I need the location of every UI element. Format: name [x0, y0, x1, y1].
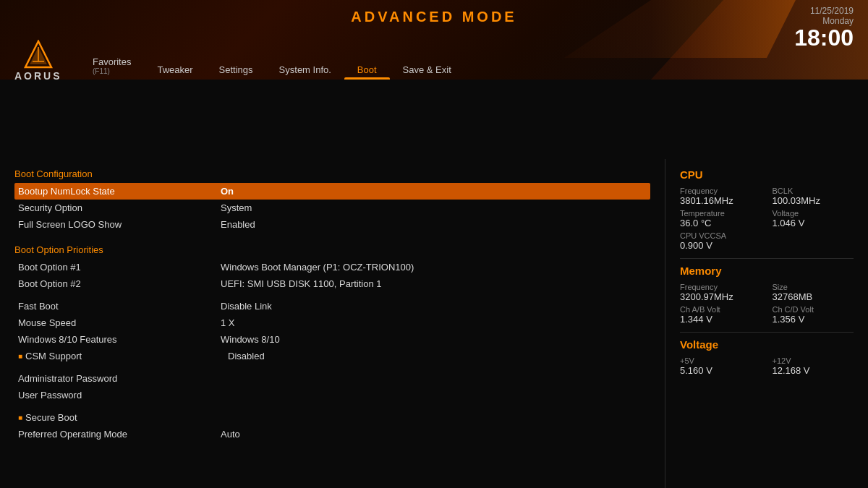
row-admin-pwd[interactable]: Administrator Password — [14, 370, 650, 387]
secure-boot-bullet-icon: ■ — [18, 414, 22, 421]
csm-bullet-icon: ■ — [18, 352, 22, 360]
spacer-3 — [14, 364, 650, 370]
spacer-4 — [14, 403, 650, 409]
tab-save-exit[interactable]: Save & Exit — [390, 60, 464, 80]
cpu-vccsa-item: CPU VCCSA 0.900 V — [680, 231, 854, 251]
voltage-grid: +5V 5.160 V +12V 12.168 V — [680, 356, 854, 376]
right-panel: CPU Frequency 3801.16MHz BCLK 100.03MHz … — [665, 159, 868, 488]
cpu-bclk-item: BCLK 100.03MHz — [773, 187, 854, 206]
cpu-voltage-item: Voltage 1.046 V — [773, 209, 854, 228]
main-area: Boot Configuration Bootup NumLock State … — [0, 159, 868, 488]
logo-area: AORUS — [14, 40, 62, 80]
cpu-frequency-item: Frequency 3801.16MHz — [680, 187, 762, 206]
tab-favorites[interactable]: Favorites (F11) — [80, 52, 144, 80]
aorus-logo-icon — [24, 40, 53, 69]
voltage-section-title: Voltage — [680, 338, 854, 351]
row-fast-boot[interactable]: Fast Boot Disable Link — [14, 298, 650, 314]
divider-2 — [680, 332, 854, 333]
tab-tweaker[interactable]: Tweaker — [144, 60, 205, 80]
row-numlock[interactable]: Bootup NumLock State On — [14, 183, 650, 200]
divider-1 — [680, 258, 854, 259]
tab-settings[interactable]: Settings — [206, 60, 266, 80]
tab-system-info[interactable]: System Info. — [266, 60, 344, 80]
section-boot-config: Boot Configuration — [14, 168, 650, 179]
date-display: 11/25/2019 Monday — [794, 6, 854, 26]
memory-grid: Frequency 3200.97MHz Size 32768MB Ch A/B… — [680, 283, 854, 325]
row-security[interactable]: Security Option System — [14, 200, 650, 216]
spacer-1 — [14, 233, 650, 239]
mem-chcd-item: Ch C/D Volt 1.356 V — [773, 305, 854, 325]
row-win810[interactable]: Windows 8/10 Features Windows 8/10 — [14, 331, 650, 348]
row-boot2[interactable]: Boot Option #2 UEFI: SMI USB DISK 1100, … — [14, 275, 650, 292]
tab-boot[interactable]: Boot — [344, 60, 390, 80]
mem-size-item: Size 32768MB — [773, 283, 854, 302]
row-user-pwd[interactable]: User Password — [14, 387, 650, 403]
cpu-section-title: CPU — [680, 168, 854, 181]
cpu-temperature-item: Temperature 36.0 °C — [680, 209, 762, 228]
nav-container: Favorites (F11) Tweaker Settings System … — [80, 43, 868, 80]
row-secure-boot[interactable]: ■ Secure Boot — [14, 409, 650, 426]
cpu-grid: Frequency 3801.16MHz BCLK 100.03MHz Temp… — [680, 187, 854, 251]
advanced-mode-title: ADVANCED MODE — [351, 9, 516, 25]
datetime: 11/25/2019 Monday 18:00 — [794, 6, 854, 49]
row-csm[interactable]: ■ CSM Support Disabled — [14, 348, 650, 364]
row-logo-show[interactable]: Full Screen LOGO Show Enabled — [14, 216, 650, 233]
logo-text: AORUS — [14, 70, 62, 80]
mem-chab-item: Ch A/B Volt 1.344 V — [680, 305, 762, 325]
memory-section-title: Memory — [680, 265, 854, 277]
v12-item: +12V 12.168 V — [773, 356, 854, 376]
section-boot-priorities: Boot Option Priorities — [14, 244, 650, 255]
spacer-2 — [14, 292, 650, 298]
row-boot1[interactable]: Boot Option #1 Windows Boot Manager (P1:… — [14, 259, 650, 275]
mem-frequency-item: Frequency 3200.97MHz — [680, 283, 762, 302]
row-pref-os[interactable]: Preferred Operating Mode Auto — [14, 426, 650, 442]
row-mouse-speed[interactable]: Mouse Speed 1 X — [14, 314, 650, 331]
v5-item: +5V 5.160 V — [680, 356, 762, 376]
left-panel: Boot Configuration Bootup NumLock State … — [0, 159, 665, 488]
